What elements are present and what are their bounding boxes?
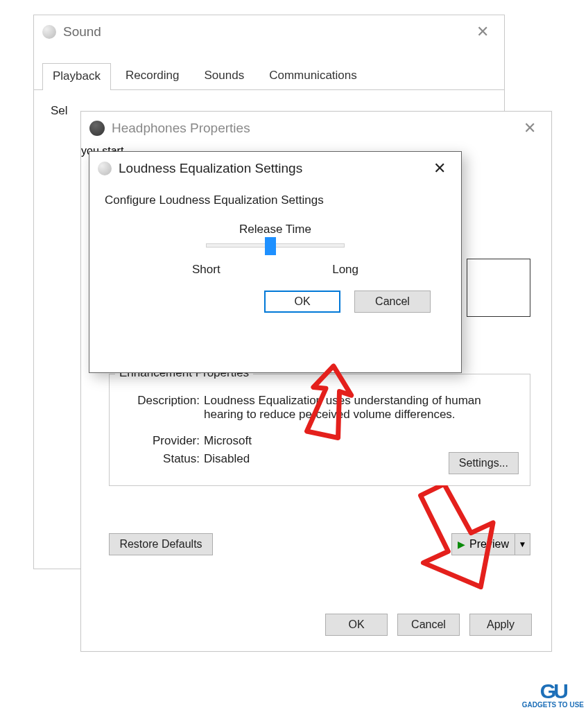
sound-tabs: Playback Recording Sounds Communications <box>34 62 504 90</box>
slider-thumb[interactable] <box>265 237 276 255</box>
release-time-slider-group: Release Time Short Long <box>105 223 446 277</box>
tab-sounds[interactable]: Sounds <box>193 62 254 89</box>
sound-body-text: Sel <box>51 104 68 117</box>
cancel-button[interactable]: Cancel <box>354 291 431 313</box>
chevron-down-icon[interactable]: ▼ <box>514 534 530 555</box>
release-time-slider[interactable] <box>206 243 345 248</box>
headphones-icon <box>89 121 105 136</box>
sound-titlebar[interactable]: Sound ✕ <box>34 15 504 49</box>
slider-scale: Short Long <box>192 263 358 277</box>
props-title: Headphones Properties <box>112 121 250 136</box>
watermark-logo-text: GU <box>522 681 584 702</box>
description-label: Description: <box>122 394 204 422</box>
description-value: Loudness Equalization uses understanding… <box>204 394 517 422</box>
preview-split-button[interactable]: ▶ Preview ▼ <box>451 533 530 555</box>
checkbox-list-fragment <box>467 259 530 317</box>
sound-title: Sound <box>63 24 101 40</box>
status-label: Status: <box>122 452 204 466</box>
le-titlebar[interactable]: Loudness Equalization Settings ✕ <box>89 152 461 185</box>
ok-button[interactable]: OK <box>264 291 340 313</box>
close-icon[interactable]: ✕ <box>469 20 496 44</box>
close-icon[interactable]: ✕ <box>426 157 453 180</box>
close-icon[interactable]: ✕ <box>517 116 543 140</box>
provider-value: Microsoft <box>204 434 517 448</box>
le-config-label: Configure Loudness Equalization Settings <box>105 193 446 207</box>
release-time-label: Release Time <box>105 223 446 236</box>
restore-defaults-button[interactable]: Restore Defaults <box>109 533 213 555</box>
loudness-equalization-dialog: Loudness Equalization Settings ✕ Configu… <box>89 151 462 373</box>
apply-button[interactable]: Apply <box>469 614 532 636</box>
tab-recording[interactable]: Recording <box>115 62 190 89</box>
sound-icon <box>42 25 56 39</box>
slider-min-label: Short <box>192 263 220 277</box>
tab-communications[interactable]: Communications <box>259 62 368 89</box>
cancel-button[interactable]: Cancel <box>397 614 460 636</box>
le-body: Configure Loudness Equalization Settings… <box>89 185 461 325</box>
provider-label: Provider: <box>122 434 204 448</box>
tab-playback[interactable]: Playback <box>42 63 111 90</box>
preview-label: Preview <box>469 538 514 551</box>
watermark-logo: GU GADGETS TO USE <box>522 681 584 709</box>
play-icon: ▶ <box>458 539 465 550</box>
le-footer: OK Cancel <box>105 291 446 313</box>
provider-row: Provider: Microsoft <box>122 434 517 448</box>
props-titlebar[interactable]: Headphones Properties ✕ <box>81 112 551 145</box>
enhancement-properties-group: Enhancement Properties Description: Loud… <box>109 374 530 486</box>
watermark-text: GADGETS TO USE <box>522 702 584 709</box>
speaker-icon <box>98 162 112 175</box>
restore-preview-row: Restore Defaults ▶ Preview ▼ <box>109 533 530 555</box>
description-row: Description: Loudness Equalization uses … <box>122 394 517 422</box>
slider-max-label: Long <box>332 263 358 277</box>
le-title: Loudness Equalization Settings <box>119 161 302 176</box>
props-footer: OK Cancel Apply <box>81 614 551 636</box>
settings-button[interactable]: Settings... <box>449 452 519 474</box>
ok-button[interactable]: OK <box>325 614 388 636</box>
